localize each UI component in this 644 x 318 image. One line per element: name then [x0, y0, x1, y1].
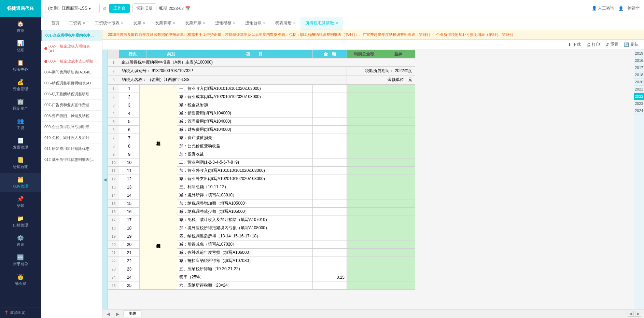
cell-diff[interactable] [381, 109, 415, 117]
tab-payroll-close[interactable]: ✕ [83, 21, 85, 25]
print-doc-icon[interactable]: 🖨 [102, 6, 107, 11]
cell-diff[interactable] [381, 232, 415, 240]
report-item-007[interactable]: 007-广告费和业务宣传费超... [41, 100, 102, 111]
cell-item[interactable]: 减：管理费用(填写A104000) [177, 117, 313, 126]
cell-seq[interactable]: 3 [119, 101, 140, 109]
cell-diff[interactable] [381, 216, 415, 224]
cell-item[interactable]: 减：营业成本(填写A102010\102020\103000) [177, 93, 313, 101]
cell-profit[interactable] [347, 158, 381, 167]
cell-profit[interactable] [347, 216, 381, 224]
cell-seq[interactable]: 19 [119, 232, 140, 240]
tab-invoice-calc[interactable]: 发票算账 ✕ [150, 17, 180, 29]
cell-amount[interactable] [313, 158, 347, 167]
cell-profit[interactable] [347, 150, 381, 158]
cell-seq[interactable]: 25 [119, 281, 140, 290]
year-2023[interactable]: 2023 [634, 100, 644, 107]
cell-profit[interactable] [347, 117, 381, 126]
cell-amount[interactable] [313, 281, 347, 290]
work-table-button[interactable]: 工作台 [109, 4, 130, 13]
tab-invoice-calc-close[interactable]: ✕ [173, 21, 176, 25]
cell-diff[interactable] [381, 183, 415, 191]
cell-diff[interactable] [381, 150, 415, 158]
year-2017[interactable]: 2017 [634, 64, 644, 71]
cell-amount[interactable] [313, 257, 347, 265]
sidebar-item-finance[interactable]: 💰 资金管理 [0, 75, 41, 95]
scroll-right-icon[interactable]: ▶ [635, 311, 641, 317]
reset-button[interactable]: ↺ 重置 [605, 42, 618, 47]
cell-item[interactable]: 加：公允价值变动收益 [177, 142, 313, 150]
tab-payroll-stat[interactable]: 工资统计报表 ✕ [90, 17, 128, 29]
tab-income-tax[interactable]: 所得税汇算清缴 ✕ [300, 17, 343, 29]
cell-profit[interactable] [347, 142, 381, 150]
year-2024[interactable]: 2024 [634, 107, 644, 114]
cell-amount[interactable] [313, 265, 347, 273]
report-item-001[interactable]: 001-企业所得税年度纳税申... [41, 30, 102, 41]
cell-amount[interactable] [313, 101, 347, 109]
sidebar-item-sales-ledger[interactable]: 📒 进销台账 [0, 153, 41, 173]
sidebar-item-assets[interactable]: 🏢 固定资产 [0, 95, 41, 114]
report-item-009[interactable]: 009-企业所得税补亏损明细... [41, 122, 102, 133]
panel-collapse-button[interactable]: ◀ [102, 50, 108, 309]
cell-diff[interactable] [381, 249, 415, 257]
sidebar-item-payroll[interactable]: 👥 工资 [0, 114, 41, 134]
company-selector[interactable]: (勿删）江西服宝-LSS ▾ [45, 4, 100, 13]
cell-profit[interactable] [347, 101, 381, 109]
cell-diff[interactable] [381, 224, 415, 232]
cell-amount[interactable] [313, 85, 347, 93]
tab-sales-ledger-close[interactable]: ✕ [263, 21, 266, 25]
cell-profit[interactable] [347, 134, 381, 142]
cell-diff[interactable] [381, 85, 415, 93]
year-2018[interactable]: 2018 [634, 71, 644, 79]
cell-profit[interactable] [347, 281, 381, 290]
year-2021[interactable]: 2021 [634, 86, 644, 93]
cell-seq[interactable]: 16 [119, 208, 140, 216]
cell-item[interactable]: 税率（25%） [177, 273, 313, 281]
cell-diff[interactable] [381, 191, 415, 199]
tab-invoice[interactable]: 发票 ✕ [128, 17, 150, 29]
cell-amount[interactable] [313, 117, 347, 126]
cell-seq[interactable]: 21 [119, 249, 140, 257]
ai-consult-button[interactable]: 👤 人工咨询 [592, 5, 614, 11]
cell-seq[interactable]: 23 [119, 265, 140, 273]
cell-item[interactable]: 加：纳税调整增加额（填写A105000） [177, 199, 313, 208]
cell-item[interactable]: 减：销售费用(填写A104000) [177, 109, 313, 117]
sheet-tab-main[interactable]: 主表 [124, 310, 141, 317]
tab-sales-ledger[interactable]: 进销台账 ✕ [240, 17, 270, 29]
tab-tax-list-close[interactable]: ✕ [293, 21, 296, 25]
cell-amount[interactable] [313, 240, 347, 249]
cell-profit[interactable] [347, 240, 381, 249]
cell-diff[interactable] [381, 265, 415, 273]
report-item-012[interactable]: 012-减免所得税优惠明细表(... [41, 154, 102, 165]
cell-amount[interactable] [313, 167, 347, 175]
tab-tax-list[interactable]: 税表清册 ✕ [270, 17, 300, 29]
tab-income-tax-close[interactable]: ✕ [335, 21, 338, 25]
sheet-nav-prev[interactable]: ◀ [105, 311, 112, 317]
report-item-010[interactable]: 010-免税、减计收入及加计... [41, 133, 102, 143]
cell-seq[interactable]: 4 [119, 109, 140, 117]
cell-diff[interactable] [381, 281, 415, 290]
cell-amount[interactable] [313, 134, 347, 142]
cell-profit[interactable] [347, 93, 381, 101]
refresh-button[interactable]: 🔄 刷新 [624, 42, 639, 47]
scroll-left-icon[interactable]: ◀ [628, 311, 634, 317]
cell-item[interactable]: 加：投资收益 [177, 150, 313, 158]
tab-home[interactable]: 首页 [46, 17, 64, 29]
cell-amount[interactable] [313, 183, 347, 191]
cell-profit[interactable] [347, 191, 381, 199]
cell-item[interactable]: 减：营业外支出(填写A102010\102020\103000) [177, 175, 313, 183]
cell-seq[interactable]: 20 [119, 240, 140, 249]
cut-old-version-button[interactable]: 切到旧版 [132, 3, 156, 13]
cell-profit[interactable] [347, 249, 381, 257]
cell-item[interactable]: 加：营业外收入(填写A101010\101020\103000) [177, 167, 313, 175]
cell-seq[interactable]: 11 [119, 167, 140, 175]
sidebar-item-vip[interactable]: 👑 畅会员 [0, 270, 41, 290]
cell-seq[interactable]: 22 [119, 257, 140, 265]
cell-diff[interactable] [381, 167, 415, 175]
cell-amount[interactable] [313, 224, 347, 232]
cell-seq[interactable]: 10 [119, 158, 140, 167]
cell-profit[interactable] [347, 167, 381, 175]
cell-item[interactable]: 减：所得减免（填写A107020） [177, 240, 313, 249]
report-item-011[interactable]: 011-研发费用加计扣除优惠... [41, 143, 102, 154]
cell-diff[interactable] [381, 199, 415, 208]
download-button[interactable]: ⬇ 下载 [568, 42, 581, 47]
